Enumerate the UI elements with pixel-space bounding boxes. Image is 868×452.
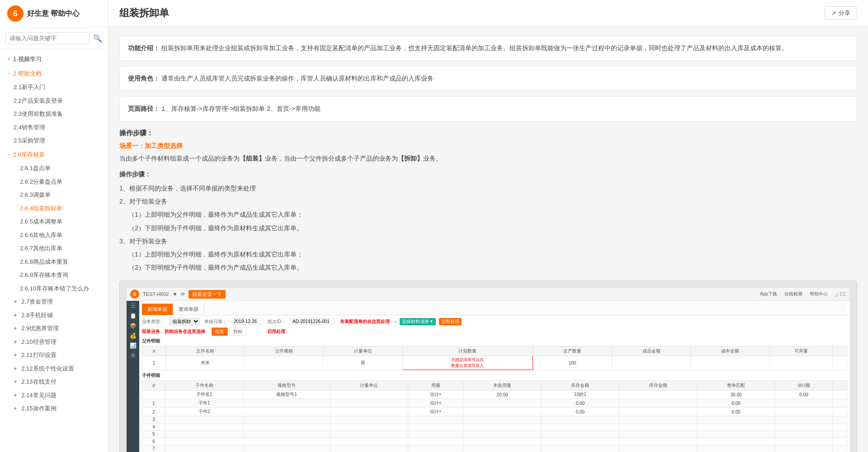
online-check-link[interactable]: 在线检测 [784, 291, 802, 297]
col-plan-qty: 计划数量 [402, 347, 533, 356]
nav-item-v267[interactable]: 2.6.7其他出库单 [0, 242, 108, 255]
form-select-type[interactable]: 组装拆卸 [169, 318, 200, 325]
col-seq: # [142, 347, 166, 356]
nav-item-v214[interactable]: + 2.14常见问题 [0, 389, 108, 402]
col2-dyn-amt: 动U额 [775, 381, 832, 390]
toggle-assemble-btn[interactable]: 组装 [212, 328, 228, 336]
form-input-id[interactable] [290, 318, 335, 325]
new-purchase-btn[interactable]: 我要进货一下 [189, 290, 226, 299]
col-unit: 计量单位 [324, 347, 403, 356]
nav-item-v269[interactable]: 2.6.9库存账本查询 [0, 268, 108, 282]
col2-stock-amt2: 库存金额 [619, 381, 697, 390]
search-button[interactable]: 🔍 [92, 33, 103, 43]
sidebar-icon-money[interactable]: 💰 [130, 333, 137, 339]
form-input-date[interactable] [231, 318, 263, 325]
expand-icon-v1: + [7, 55, 10, 63]
sync-icon: ⟳ [181, 291, 185, 297]
nav-item-v23[interactable]: 2.3使用前数据准备 [0, 107, 108, 121]
app-sidebar-icons: ☰ 📋 📦 💰 📊 ⚙ [127, 301, 139, 452]
collapse-icon-v26: − [7, 150, 10, 158]
step2-sub2: （2）下部明细为子件明细，最终作为原材料生成其它出库单。 [119, 223, 857, 234]
col2-spec: 规格型号 [243, 381, 330, 390]
nav-item-v268[interactable]: 2.6.8商品成本重算 [0, 255, 108, 269]
nav-item-v210[interactable]: + 2.10经营管理 [0, 335, 108, 349]
nav-label-v2610: 2.6.10库存账本错了怎么办 [20, 285, 89, 292]
app-body-wrapper: ☰ 📋 📦 💰 📊 ⚙ 新增单据 查询单据 [127, 301, 850, 452]
collapse-icon-v2: − [7, 69, 10, 77]
nav-item-v27[interactable]: + 2.7资金管理 [0, 295, 108, 309]
expand-icon-v212: + [14, 365, 17, 372]
nav-item-v2610[interactable]: 2.6.10库存账本错了怎么办 [0, 282, 108, 295]
sidebar-icon-box[interactable]: 📦 [130, 323, 137, 329]
page-header: 组装拆卸单 ↗ 分享 [108, 0, 868, 27]
app-download-link[interactable]: App下载 [760, 291, 777, 297]
nav-item-v21[interactable]: 2.1新手入门 [0, 81, 108, 94]
immediate-process-btn[interactable]: 立即处理 [439, 318, 462, 325]
step3-sub1: （1）上部明细为父件明细，最终作为原材料生成其它出库单； [119, 249, 857, 260]
col2-stock-amt: 库存金额 [541, 381, 619, 390]
role-content: 通常由生产人员或库管人员完成拆装业务的操作，库管人员确认原材料的出库和产成品的入… [161, 75, 434, 82]
col2-seq: # [142, 381, 165, 390]
nav-label-v2: 2.帮助文档 [13, 69, 42, 78]
help-center-link[interactable]: 帮助中心 [810, 291, 828, 297]
col2-ops [833, 381, 847, 390]
toggle-disassemble-btn[interactable]: 拆卸 [229, 328, 246, 336]
intro-label: 功能介绍： [128, 44, 160, 52]
col2-child-name: 子件名称 [165, 381, 243, 390]
nav-item-v26[interactable]: − 2.6库存核算 [0, 147, 108, 162]
nav-item-v265[interactable]: 2.6.5成本调整单 [0, 215, 108, 228]
qty-annotation: 无固定清单可以在数量位置填写录入 [451, 357, 484, 368]
step3-text: 3、对于拆装业务 [119, 236, 857, 247]
nav-label-v23: 2.3使用前数据准备 [14, 110, 63, 117]
annotation-label1: 有装配清单的在这里处理 [340, 319, 390, 324]
sidebar-icon-menu[interactable]: ☰ [131, 303, 136, 309]
nav-item-v213[interactable]: + 2.13在线支付 [0, 375, 108, 389]
nav-item-v266[interactable]: 2.6.6其他入库单 [0, 228, 108, 242]
nav-label-v212: 2.12系统个性化设置 [21, 365, 74, 372]
table-row: 1 子件1 估计+ 0.00 0.00 [142, 399, 847, 408]
cell-cost-amt [691, 356, 770, 370]
nav-label-v266: 2.6.6其他入库单 [20, 232, 62, 238]
role-label: 使用角色： [128, 75, 160, 82]
nav-item-v24[interactable]: 2.4销售管理 [0, 121, 108, 134]
cell-prod-amt [612, 356, 691, 370]
nav-label-v29: 2.9优惠券管理 [21, 325, 59, 332]
col-parent-spec: 父件规格 [245, 347, 324, 356]
app-brand: 好生意 帮助中心 [27, 9, 80, 19]
nav-item-v215[interactable]: + 2.15操作案例 [0, 402, 108, 415]
select-bom-btn[interactable]: 选择材料清单▼ [400, 318, 436, 325]
tab-query-order[interactable]: 查询单据 [173, 304, 204, 315]
search-input[interactable] [5, 32, 90, 44]
nav-label-v263: 2.6.3调拨单 [20, 191, 51, 198]
nav-label-v28: 2.8手机旺铺 [21, 312, 53, 319]
nav-item-v28[interactable]: + 2.8手机旺铺 [0, 309, 108, 322]
tab-new-order[interactable]: 新增单据 [142, 304, 173, 315]
nav-item-v263[interactable]: 2.6.3调拨单 [0, 188, 108, 202]
share-button[interactable]: ↗ 分享 [825, 6, 857, 20]
table-row: 4 [142, 423, 847, 431]
expand-icon-v210: + [14, 338, 17, 345]
nav-item-v211[interactable]: + 2.11打印设置 [0, 348, 108, 362]
nav-item-v22[interactable]: 2.2产品安装及登录 [0, 94, 108, 108]
nav-item-v2[interactable]: − 2.帮助文档 [0, 67, 108, 81]
step3-sub2: （2）下部明细为子件明细，最终作为产成品生成其它入库单。 [119, 262, 857, 273]
app-topbar: 6 TEST-H002 ▼ ⟳ 我要进货一下 App下载 在线检测 帮助中心 △… [127, 288, 850, 301]
nav-item-v262[interactable]: 2.6.2分量盘点单 [0, 175, 108, 189]
sidebar-icon-doc[interactable]: 📋 [130, 313, 137, 319]
app-logo-icon: 6 [7, 5, 24, 22]
nav-item-v29[interactable]: + 2.9优惠券管理 [0, 322, 108, 335]
nav-item-v1[interactable]: + 1.视频学习 [0, 52, 108, 67]
path-label: 页面路径： [128, 105, 160, 112]
sidebar-icon-chart[interactable]: 📊 [130, 343, 137, 349]
form-row: 业务类型： 组装拆卸 单据日期： 批次ID： 有装配清单的在 [142, 318, 847, 325]
nav-item-v212[interactable]: + 2.12系统个性化设置 [0, 362, 108, 376]
nav-item-v25[interactable]: 2.5采购管理 [0, 134, 108, 147]
scene1-desc: 当由多个子件材料组装成一个成品的业务为【组装】业务，当由一个父件拆分成多个子产品… [119, 153, 857, 164]
path-text: 页面路径： 1、库存核算->库存管理->组装拆卸单 2、首页->常用功能 [128, 103, 849, 114]
sidebar-icon-gear[interactable]: ⚙ [131, 352, 136, 359]
sidebar: 6 好生意 帮助中心 🔍 + 1.视频学习 − 2.帮助文档 2.1新手入门 2… [0, 0, 108, 452]
nav-item-v261[interactable]: 2.6.1盘点单 [0, 162, 108, 175]
nav-item-v264[interactable]: 2.6.4组装拆卸单 [0, 202, 108, 215]
expand-icon-v28: + [14, 312, 17, 319]
col-avail-qty: 可库量 [769, 347, 832, 356]
